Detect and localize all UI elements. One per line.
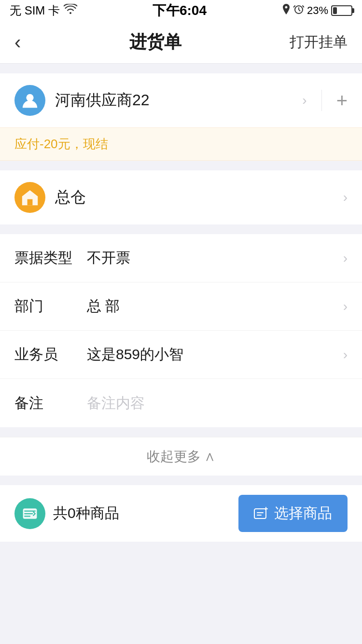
battery-percentage: 23% <box>307 4 328 17</box>
select-product-label: 选择商品 <box>274 504 332 523</box>
supplier-avatar <box>14 85 45 116</box>
status-left: 无 SIM 卡 <box>10 3 77 18</box>
carrier-text: 无 SIM 卡 <box>10 3 60 18</box>
battery-icon <box>331 5 352 16</box>
alarm-icon <box>293 4 304 17</box>
status-bar: 无 SIM 卡 下午6:04 23% <box>0 0 362 21</box>
remark-input[interactable]: 备注内容 <box>82 393 348 413</box>
supplier-section: 河南供应商22 › + 应付-20元，现结 <box>0 73 362 161</box>
dept-row[interactable]: 部门 总 部 › <box>0 282 362 331</box>
page-title: 进货单 <box>129 30 181 54</box>
back-button[interactable]: ‹ <box>14 31 21 53</box>
open-pending-button[interactable]: 打开挂单 <box>290 32 348 52</box>
location-icon <box>282 4 291 17</box>
select-product-icon <box>254 507 269 520</box>
cart-icon <box>21 505 39 522</box>
dept-chevron-icon: › <box>343 299 348 314</box>
salesman-chevron-icon: › <box>343 347 348 363</box>
select-product-button[interactable]: 选择商品 <box>238 495 348 532</box>
wifi-icon <box>64 4 77 17</box>
warehouse-icon-wrap <box>14 182 45 213</box>
salesman-label: 业务员 <box>14 345 82 364</box>
collapse-label: 收起更多 ∧ <box>147 448 216 466</box>
supplier-name: 河南供应商22 <box>55 90 302 111</box>
status-time: 下午6:04 <box>153 1 207 20</box>
salesman-value: 这是859的小智 <box>82 345 343 364</box>
warehouse-chevron-icon: › <box>343 190 348 205</box>
remark-row[interactable]: 备注 备注内容 <box>0 379 362 427</box>
supplier-actions: › + <box>302 90 348 112</box>
add-supplier-button[interactable]: + <box>336 90 348 112</box>
invoice-type-label: 票据类型 <box>14 248 82 268</box>
svg-rect-4 <box>254 509 266 518</box>
warehouse-section: 总仓 › <box>0 170 362 224</box>
gap1 <box>0 64 362 73</box>
dept-value: 总 部 <box>82 296 343 316</box>
person-icon <box>21 91 39 110</box>
invoice-chevron-icon: › <box>343 251 348 266</box>
product-summary: 共0种商品 <box>14 498 119 529</box>
cart-icon-wrap <box>14 498 45 529</box>
gap2 <box>0 161 362 170</box>
status-right: 23% <box>282 4 352 17</box>
bottom-bar: 共0种商品 选择商品 <box>0 485 362 542</box>
vertical-divider <box>321 90 322 111</box>
warehouse-name: 总仓 <box>55 187 343 208</box>
svg-point-1 <box>26 94 33 101</box>
invoice-type-row[interactable]: 票据类型 不开票 › <box>0 234 362 282</box>
payment-info-banner: 应付-20元，现结 <box>0 127 362 161</box>
nav-bar: ‹ 进货单 打开挂单 <box>0 21 362 64</box>
supplier-row[interactable]: 河南供应商22 › + <box>0 73 362 127</box>
invoice-type-value: 不开票 <box>82 248 343 268</box>
svg-rect-2 <box>28 199 33 206</box>
page-background <box>0 542 362 638</box>
warehouse-icon <box>21 189 39 206</box>
collapse-button[interactable]: 收起更多 ∧ <box>0 437 362 476</box>
salesman-row[interactable]: 业务员 这是859的小智 › <box>0 331 362 379</box>
form-section: 票据类型 不开票 › 部门 总 部 › 业务员 这是859的小智 › 备注 备注… <box>0 234 362 427</box>
product-count-text: 共0种商品 <box>53 504 119 523</box>
remark-label: 备注 <box>14 393 82 413</box>
supplier-chevron-icon: › <box>302 93 306 108</box>
warehouse-row[interactable]: 总仓 › <box>0 170 362 224</box>
dept-label: 部门 <box>14 296 82 316</box>
